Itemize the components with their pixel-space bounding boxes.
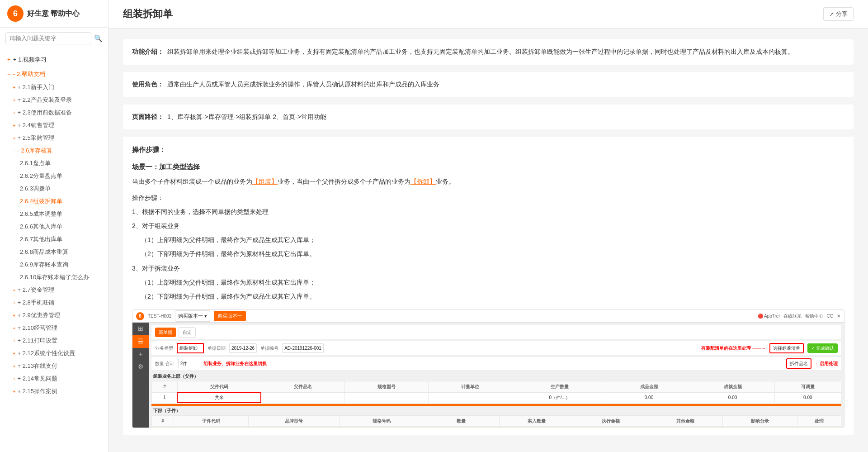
mock-tab-custom[interactable]: 自定: [179, 327, 196, 338]
sidebar-item-inventory-267[interactable]: 2.6.7其他出库单: [0, 233, 108, 246]
sub-col-entry: 影响分录: [722, 416, 797, 427]
plus-icon: +: [7, 57, 10, 63]
sidebar-item-inventory-269[interactable]: 2.6.9库存账本查询: [0, 258, 108, 271]
sidebar-item-prepare[interactable]: + + 2.3使用前数据准备: [0, 106, 108, 119]
sidebar-item-inventory-263[interactable]: 2.6.3调拨单: [0, 182, 108, 195]
sidebar-item-video[interactable]: + + 1.视频学习: [0, 53, 108, 67]
sidebar-item-sales[interactable]: + + 2.4销售管理: [0, 119, 108, 132]
ops-title: 操作步骤：: [132, 144, 844, 156]
sidebar-item-inventory-268[interactable]: 2.6.8商品成本重算: [0, 246, 108, 258]
mock-child-label: 下部（子件）: [153, 407, 180, 414]
plus-icon-faq: +: [13, 376, 15, 381]
mock-toolbar: 新单据 自定: [151, 325, 841, 339]
sidebar-item-operation[interactable]: + + 2.10经营管理: [0, 322, 108, 334]
col-unit: 计量单位: [429, 381, 512, 393]
mock-qty-label: 数量 合计: [155, 360, 175, 367]
sidebar-item-capital[interactable]: + + 2.7资金管理: [0, 284, 108, 296]
sidebar-item-cases[interactable]: + + 2.15操作案例: [0, 385, 108, 398]
mock-standard-list-btn[interactable]: 选择标准清单: [769, 343, 804, 353]
mock-child-title: 下部（子件）: [151, 406, 841, 415]
search-input[interactable]: [5, 32, 91, 44]
sidebar-item-purchase[interactable]: + + 2.5采购管理: [0, 132, 108, 144]
sidebar-item-system[interactable]: + + 2.12系统个性化设置: [0, 347, 108, 360]
mock-menu-4: CC: [827, 312, 833, 320]
step2: 2、对于组装业务: [132, 220, 844, 232]
logo-area: 6 好生意 帮助中心: [0, 0, 108, 28]
mock-new-btn[interactable]: 购买版本一: [214, 311, 246, 321]
sidebar-item-mobile[interactable]: + + 2.8手机旺铺: [0, 296, 108, 309]
logo-text: 好生意 帮助中心: [27, 9, 80, 19]
sidebar-item-inventory-2610[interactable]: 2.6.10库存账本错了怎么办: [0, 271, 108, 284]
sidebar-item-docs[interactable]: − - 2.帮助文档: [0, 67, 108, 81]
col-num: #: [152, 381, 178, 393]
search-area: 🔍: [0, 28, 108, 49]
mock-parent-table: # 父件代码 父件品名 规格型号 计量单位 生产数量 成品金额: [151, 381, 841, 403]
step3: 3、对于拆装业务: [132, 263, 844, 274]
cell-num: 1: [152, 392, 178, 403]
mock-parent-title: 组装业务上部（父件）: [151, 371, 841, 381]
mock-type-select[interactable]: 组装拆卸: [177, 343, 204, 353]
col-parent-name: 父件品名: [261, 381, 344, 393]
step2-1: （1）上部明细为父件明细，最终作为产成品生成其它入库单；: [132, 234, 844, 246]
mock-subtype-select[interactable]: 拆件品名: [786, 358, 811, 369]
plus-icon-online-pay: +: [13, 363, 15, 369]
mock-child-table: # 子件代码 品牌型号 规格号码 数量 实入数量 执行金额 其他: [151, 415, 841, 428]
plus-icon-coupon: +: [13, 313, 15, 318]
sidebar-item-install[interactable]: + + 2.2产品安装及登录: [0, 94, 108, 106]
mock-date-input[interactable]: 2019-12-26: [229, 343, 257, 353]
sub-col-other: 其他金额: [648, 416, 723, 427]
sidebar-item-inventory-264[interactable]: 2.6.4组装拆卸单: [0, 195, 108, 208]
share-button[interactable]: ↗ 分享: [823, 7, 854, 21]
mock-version-select[interactable]: 购买版本一 ▾: [175, 310, 210, 322]
role-card: 使用角色： 通常由生产人员或库管人员完成拆装业务的操作，库管人员确认原材料的出库…: [123, 72, 854, 97]
share-label: 分享: [836, 10, 848, 18]
main-header: 组装拆卸单 ↗ 分享: [108, 0, 868, 29]
nav-section-docs: − - 2.帮助文档 + + 2.1新手入门 + + 2.2产品安装及登录 + …: [0, 67, 108, 398]
screenshot-inner: 6 TEST-H002 购买版本一 ▾ 购买版本一 🔴 AppTrel 在线联系…: [132, 310, 844, 428]
sidebar-item-inventory-262[interactable]: 2.6.2分量盘点单: [0, 170, 108, 182]
sub-col-code: 子件代码: [174, 416, 248, 427]
sidebar-item-online-pay[interactable]: + + 2.13在线支付: [0, 360, 108, 372]
plus-icon-cases: +: [13, 389, 15, 394]
mock-main-area: ⊞ ☰ ＋ ⚙ 新单据 自定: [132, 323, 844, 428]
sub-col-spec: 规格号码: [340, 416, 423, 427]
mock-qty-input[interactable]: 2件: [178, 359, 196, 368]
sidebar-item-inventory-265[interactable]: 2.6.5成本调整单: [0, 208, 108, 220]
table-row: 1 共米 0（件/...） 0.00 0.00: [152, 392, 841, 403]
cell-name: [261, 392, 344, 403]
mock-type-label: 业务类型: [155, 344, 173, 352]
sidebar-item-print[interactable]: + + 2.11打印设置: [0, 334, 108, 347]
scenario-title: 场景一：加工类型选择: [132, 161, 844, 173]
plus-icon-mobile: +: [13, 300, 15, 305]
mock-topbar: 6 TEST-H002 购买版本一 ▾ 购买版本一 🔴 AppTrel 在线联系…: [132, 310, 844, 323]
mock-confirm-btn[interactable]: ✓ 完成确认: [807, 343, 838, 353]
step3-2: （2）下部明细为子件明细，最终作为产成品生成其它入库单。: [132, 291, 844, 302]
sidebar-item-inventory-261[interactable]: 2.6.1盘点单: [0, 157, 108, 170]
sub-col-exec: 执行金额: [574, 416, 648, 427]
cell-amt2: 0.00: [691, 392, 774, 403]
sidebar-item-inventory-266[interactable]: 2.6.6其他入库单: [0, 220, 108, 233]
mock-logo-icon: 6: [136, 312, 144, 320]
cell-code: 共米: [177, 392, 261, 403]
sidebar-item-faq[interactable]: + + 2.14常见问题: [0, 372, 108, 385]
col-spec: 规格型号: [345, 381, 429, 393]
page-title: 组装拆卸单: [123, 7, 173, 21]
mock-code-input[interactable]: AD-20191226-001: [282, 343, 324, 353]
sidebar-nav: + + 1.视频学习 − - 2.帮助文档 + + 2.1新手入门 + + 2.…: [0, 49, 108, 452]
plus-icon-capital: +: [13, 287, 15, 293]
sidebar-item-inventory[interactable]: − - 2.6库存核算: [0, 144, 108, 157]
search-button[interactable]: 🔍: [94, 34, 103, 43]
screenshot-container: 6 TEST-H002 购买版本一 ▾ 购买版本一 🔴 AppTrel 在线联系…: [132, 309, 844, 428]
col-qty: 生产数量: [512, 381, 607, 393]
mock-content-area: 新单据 自定 业务类型 组装拆卸 单据日期 2019-12-26 单据编号: [149, 323, 844, 428]
sidebar-item-coupon[interactable]: + + 2.9优惠券管理: [0, 309, 108, 322]
mock-tab-new[interactable]: 新单据: [155, 328, 176, 337]
cell-qty: 0（件/...）: [512, 392, 607, 403]
sub-col-actual: 实入数量: [500, 416, 574, 427]
sidebar-item-docs-label: - 2.帮助文档: [13, 70, 45, 78]
intro-text: 组装拆卸单用来处理企业组装或拆卸等加工业务，支持有固定装配清单的产品加工业务，也…: [167, 48, 794, 55]
plus-icon-print: +: [13, 338, 15, 343]
path-text: 1、库存核算->库存管理->组装拆卸单 2、首页->常用功能: [167, 113, 326, 120]
sidebar-item-newcomer[interactable]: + + 2.1新手入门: [0, 81, 108, 94]
plus-icon-system: +: [13, 351, 15, 356]
